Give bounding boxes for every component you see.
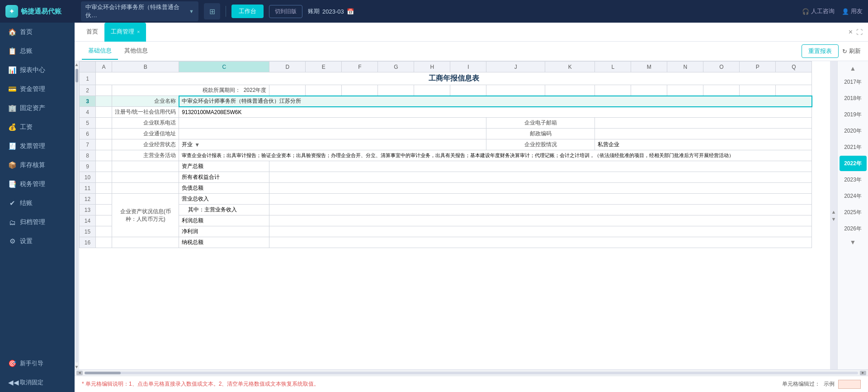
- cell-13D[interactable]: [269, 205, 812, 215]
- col-header-O[interactable]: O: [703, 62, 740, 72]
- cell-2I[interactable]: [450, 85, 486, 96]
- col-header-Q[interactable]: Q: [776, 62, 812, 72]
- cell-4B[interactable]: 注册号/统一社会信用代码: [112, 107, 179, 118]
- cell-6A[interactable]: [96, 129, 112, 139]
- cell-5J[interactable]: 企业电子邮箱: [486, 118, 595, 129]
- cell-4A[interactable]: [96, 107, 112, 118]
- cell-8C[interactable]: 审查企业会计报表；出具审计报告；验证企业资本；出具验资报告；办理企业合开、分立、…: [179, 150, 812, 161]
- cell-8B[interactable]: 主营业务活动: [112, 150, 179, 161]
- cell-11A[interactable]: [96, 183, 112, 194]
- col-header-I[interactable]: I: [450, 62, 486, 72]
- cell-12A[interactable]: [96, 194, 112, 205]
- cell-2B[interactable]: 税款所属期间： 2022年度: [112, 85, 269, 96]
- cell-7A[interactable]: [96, 139, 112, 150]
- col-header-D[interactable]: D: [269, 62, 306, 72]
- cell-16B[interactable]: [112, 237, 179, 248]
- col-header-P[interactable]: P: [740, 62, 776, 72]
- cell-10B[interactable]: [112, 172, 179, 183]
- col-header-B[interactable]: B: [112, 62, 179, 72]
- company-selector[interactable]: 中审众环会计师事务所（特殊普通合伙… ▼: [81, 1, 198, 21]
- year-item-2025[interactable]: 2025年: [840, 205, 867, 220]
- cell-2K[interactable]: [545, 85, 595, 96]
- v-scroll-up[interactable]: ▲: [75, 62, 79, 67]
- year-item-2024[interactable]: 2024年: [840, 188, 867, 204]
- col-header-M[interactable]: M: [631, 62, 667, 72]
- cell-5K[interactable]: [595, 118, 812, 129]
- sidebar-item-home[interactable]: 🏠 首页: [0, 23, 75, 42]
- cell-11B[interactable]: [112, 183, 179, 194]
- cell-2E[interactable]: [306, 85, 342, 96]
- year-scroll-down[interactable]: ▼: [846, 237, 860, 248]
- year-item-2017[interactable]: 2017年: [840, 74, 867, 90]
- cell-6J[interactable]: 邮政编码: [486, 129, 595, 139]
- cell-9B[interactable]: [112, 161, 179, 172]
- sheet-title-cell[interactable]: 工商年报信息表: [96, 72, 812, 85]
- panel-collapse-btn[interactable]: ▲ ▼: [830, 206, 837, 225]
- cell-2F[interactable]: [342, 85, 378, 96]
- cell-12B[interactable]: 企业资产状况信息(币种：人民币万元): [112, 194, 179, 237]
- cell-2J[interactable]: [486, 85, 545, 96]
- cell-7K[interactable]: 私营企业: [595, 139, 812, 150]
- sidebar-item-tax[interactable]: 📑 税务管理: [0, 175, 75, 194]
- col-header-N[interactable]: N: [667, 62, 703, 72]
- year-item-2026[interactable]: 2026年: [840, 221, 867, 236]
- sidebar-item-inventory[interactable]: 📦 库存核算: [0, 156, 75, 175]
- refresh-button[interactable]: ↻ 刷新: [842, 47, 861, 55]
- col-header-L[interactable]: L: [595, 62, 631, 72]
- cell-15A[interactable]: [96, 226, 112, 237]
- sidebar-item-settings[interactable]: ⚙ 设置: [0, 232, 75, 251]
- h-scroll-right[interactable]: ►: [860, 371, 866, 375]
- sidebar-item-guide[interactable]: 🎯 新手引导: [0, 354, 75, 373]
- dropdown-7C[interactable]: 开业 ▼: [182, 141, 483, 148]
- cell-9C[interactable]: 资产总额: [179, 161, 269, 172]
- cell-5B[interactable]: 企业联系电话: [112, 118, 179, 129]
- sidebar-item-asset[interactable]: 🏢 固定资产: [0, 99, 75, 118]
- cell-3C[interactable]: 中审众环会计师事务所（特殊普通合伙）江苏分所: [179, 96, 812, 107]
- cell-14A[interactable]: [96, 215, 112, 226]
- col-header-F[interactable]: F: [342, 62, 378, 72]
- cell-2L[interactable]: [595, 85, 631, 96]
- cell-11C[interactable]: 负债总额: [179, 183, 269, 194]
- cell-2G[interactable]: [378, 85, 414, 96]
- cell-14C[interactable]: 利润总额: [179, 215, 269, 226]
- tab-home[interactable]: 首页: [80, 23, 104, 42]
- sidebar-item-report[interactable]: 📊 报表中心: [0, 61, 75, 80]
- cell-2Q[interactable]: [776, 85, 812, 96]
- year-item-2020[interactable]: 2020年: [840, 123, 867, 139]
- consult-button[interactable]: 🎧 人工咨询: [802, 7, 835, 15]
- cell-7C[interactable]: 开业 ▼: [179, 139, 486, 150]
- h-scroll-left[interactable]: ◄: [76, 371, 83, 375]
- cell-5C[interactable]: [179, 118, 486, 129]
- cell-9A[interactable]: [96, 161, 112, 172]
- window-maximize-icon[interactable]: ⛶: [856, 29, 863, 36]
- cell-2H[interactable]: [414, 85, 450, 96]
- col-header-E[interactable]: E: [306, 62, 342, 72]
- cell-2D[interactable]: [269, 85, 306, 96]
- cell-10D[interactable]: [269, 172, 812, 183]
- year-item-2021[interactable]: 2021年: [840, 139, 867, 155]
- col-header-G[interactable]: G: [378, 62, 414, 72]
- cell-8A[interactable]: [96, 150, 112, 161]
- cell-10A[interactable]: [96, 172, 112, 183]
- cell-6B[interactable]: 企业通信地址: [112, 129, 179, 139]
- year-item-2022[interactable]: 2022年: [840, 156, 867, 171]
- v-scroll-down[interactable]: ▼: [75, 364, 79, 369]
- h-scroll-thumb[interactable]: [85, 372, 121, 374]
- cell-2M[interactable]: [631, 85, 667, 96]
- cell-2P[interactable]: [740, 85, 776, 96]
- cell-9D[interactable]: [269, 161, 812, 172]
- cell-16D[interactable]: [269, 237, 812, 248]
- cell-12D[interactable]: [269, 194, 812, 205]
- user-avatar[interactable]: 👤 用友: [842, 7, 863, 15]
- sidebar-item-fund[interactable]: 💳 资金管理: [0, 80, 75, 99]
- year-scroll-up[interactable]: ▲: [846, 63, 860, 74]
- cell-2A[interactable]: [96, 85, 112, 96]
- cell-16A[interactable]: [96, 237, 112, 248]
- year-item-2018[interactable]: 2018年: [840, 91, 867, 106]
- sidebar-item-close-account[interactable]: ✔ 结账: [0, 194, 75, 213]
- company-settings-icon[interactable]: ⊞: [204, 3, 220, 19]
- col-header-K[interactable]: K: [545, 62, 595, 72]
- cell-4C[interactable]: 91320100MA208E5W6K: [179, 107, 812, 118]
- year-item-2019[interactable]: 2019年: [840, 107, 867, 122]
- cell-3A[interactable]: [96, 96, 112, 107]
